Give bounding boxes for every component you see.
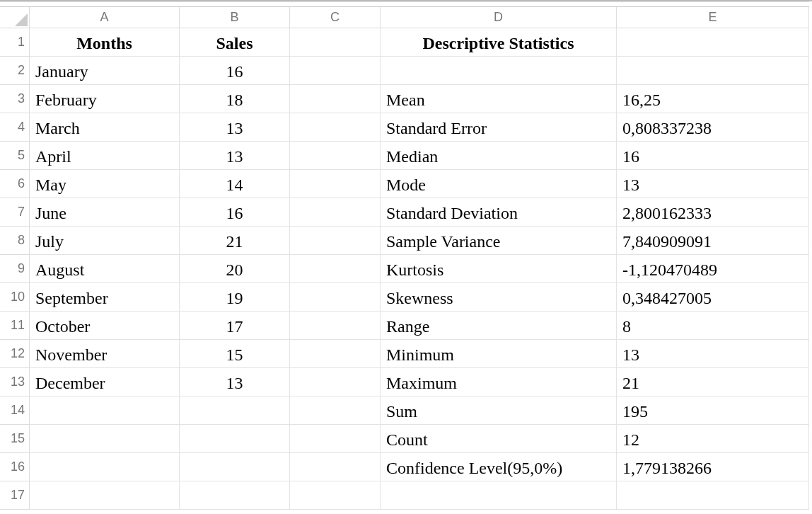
cell-D7[interactable]: Standard Deviation [381,198,617,227]
cell-A5[interactable]: April [30,142,180,170]
spreadsheet-grid[interactable]: ABCDE1MonthsSalesDescriptive Statistics2… [0,0,812,510]
cell-B14[interactable] [180,396,290,425]
cell-C9[interactable] [290,255,381,283]
cell-D8[interactable]: Sample Variance [381,227,617,255]
select-all-corner[interactable] [0,7,30,28]
row-header-5[interactable]: 5 [0,142,30,170]
cell-C17[interactable] [290,481,381,510]
cell-A11[interactable]: October [30,312,180,340]
cell-C13[interactable] [290,368,381,396]
cell-D13[interactable]: Maximum [381,368,617,396]
cell-D16[interactable]: Confidence Level(95,0%) [381,453,617,481]
cell-A12[interactable]: November [30,340,180,368]
cell-E8[interactable]: 7,840909091 [617,227,809,255]
cell-A10[interactable]: September [30,283,180,312]
cell-C1[interactable] [290,28,381,57]
cell-A8[interactable]: July [30,227,180,255]
cell-A16[interactable] [30,453,180,481]
row-header-3[interactable]: 3 [0,85,30,113]
cell-B6[interactable]: 14 [180,170,290,198]
cell-E13[interactable]: 21 [617,368,809,396]
row-header-7[interactable]: 7 [0,198,30,227]
row-header-8[interactable]: 8 [0,227,30,255]
cell-D15[interactable]: Count [381,425,617,453]
cell-D14[interactable]: Sum [381,396,617,425]
cell-E15[interactable]: 12 [617,425,809,453]
cell-A15[interactable] [30,425,180,453]
cell-C8[interactable] [290,227,381,255]
cell-D17[interactable] [381,481,617,510]
cell-C11[interactable] [290,312,381,340]
row-header-17[interactable]: 17 [0,481,30,510]
cell-E12[interactable]: 13 [617,340,809,368]
cell-B16[interactable] [180,453,290,481]
cell-A17[interactable] [30,481,180,510]
cell-B8[interactable]: 21 [180,227,290,255]
cell-A6[interactable]: May [30,170,180,198]
cell-C5[interactable] [290,142,381,170]
cell-A14[interactable] [30,396,180,425]
cell-C10[interactable] [290,283,381,312]
cell-A2[interactable]: January [30,57,180,85]
cell-E6[interactable]: 13 [617,170,809,198]
cell-D9[interactable]: Kurtosis [381,255,617,283]
cell-C2[interactable] [290,57,381,85]
column-header-a[interactable]: A [30,7,180,28]
row-header-4[interactable]: 4 [0,113,30,142]
cell-E9[interactable]: -1,120470489 [617,255,809,283]
cell-C6[interactable] [290,170,381,198]
cell-A13[interactable]: December [30,368,180,396]
cell-C4[interactable] [290,113,381,142]
column-header-d[interactable]: D [381,7,617,28]
row-header-10[interactable]: 10 [0,283,30,312]
cell-C14[interactable] [290,396,381,425]
cell-B9[interactable]: 20 [180,255,290,283]
cell-B13[interactable]: 13 [180,368,290,396]
cell-E10[interactable]: 0,348427005 [617,283,809,312]
cell-E16[interactable]: 1,779138266 [617,453,809,481]
cell-B3[interactable]: 18 [180,85,290,113]
cell-B7[interactable]: 16 [180,198,290,227]
column-header-b[interactable]: B [180,7,290,28]
cell-B4[interactable]: 13 [180,113,290,142]
column-header-c[interactable]: C [290,7,381,28]
cell-B5[interactable]: 13 [180,142,290,170]
cell-D4[interactable]: Standard Error [381,113,617,142]
cell-B11[interactable]: 17 [180,312,290,340]
column-header-e[interactable]: E [617,7,809,28]
cell-A9[interactable]: August [30,255,180,283]
cell-E14[interactable]: 195 [617,396,809,425]
cell-D3[interactable]: Mean [381,85,617,113]
cell-C15[interactable] [290,425,381,453]
cell-D10[interactable]: Skewness [381,283,617,312]
cell-A4[interactable]: March [30,113,180,142]
row-header-1[interactable]: 1 [0,28,30,57]
cell-E5[interactable]: 16 [617,142,809,170]
cell-E7[interactable]: 2,800162333 [617,198,809,227]
row-header-12[interactable]: 12 [0,340,30,368]
cell-D2[interactable] [381,57,617,85]
row-header-6[interactable]: 6 [0,170,30,198]
cell-E2[interactable] [617,57,809,85]
cell-E3[interactable]: 16,25 [617,85,809,113]
cell-A7[interactable]: June [30,198,180,227]
row-header-16[interactable]: 16 [0,453,30,481]
row-header-11[interactable]: 11 [0,312,30,340]
cell-C7[interactable] [290,198,381,227]
cell-E11[interactable]: 8 [617,312,809,340]
cell-E4[interactable]: 0,808337238 [617,113,809,142]
cell-E1[interactable] [617,28,809,57]
cell-E17[interactable] [617,481,809,510]
cell-B15[interactable] [180,425,290,453]
cell-B1[interactable]: Sales [180,28,290,57]
cell-A1[interactable]: Months [30,28,180,57]
cell-A3[interactable]: February [30,85,180,113]
cell-D1[interactable]: Descriptive Statistics [381,28,617,57]
cell-D6[interactable]: Mode [381,170,617,198]
cell-D12[interactable]: Minimum [381,340,617,368]
cell-C16[interactable] [290,453,381,481]
row-header-13[interactable]: 13 [0,368,30,396]
cell-B12[interactable]: 15 [180,340,290,368]
cell-B17[interactable] [180,481,290,510]
cell-B2[interactable]: 16 [180,57,290,85]
